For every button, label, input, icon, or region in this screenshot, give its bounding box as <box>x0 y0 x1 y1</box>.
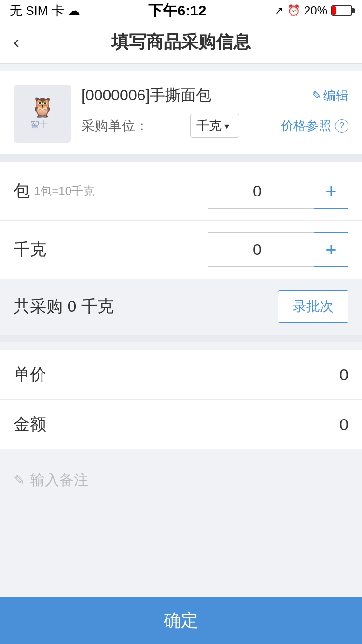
battery-icon <box>331 5 352 16</box>
product-unit-row: 采购单位： 千克 ▾ 价格参照 ? <box>81 114 348 138</box>
price-ref-label: 价格参照 <box>281 117 331 134</box>
kg-input-row: 千克 + <box>0 221 362 279</box>
input-section: 包 1包=10千克 + 千克 + <box>0 162 362 279</box>
status-bar: 无 SIM 卡 ☁ 下午6:12 ↗ ⏰ 20% <box>0 0 362 21</box>
product-name-row: [0000006]手撕面包 ✎ 编辑 <box>81 85 348 106</box>
note-placeholder: 输入备注 <box>30 470 88 490</box>
bao-label: 包 <box>14 180 30 202</box>
alarm-icon: ⏰ <box>287 4 300 17</box>
edit-icon: ✎ <box>312 89 321 102</box>
status-right: ↗ ⏰ 20% <box>275 4 352 17</box>
product-name: [0000006]手撕面包 <box>81 85 211 106</box>
divider-2 <box>0 335 362 342</box>
unit-label: 采购单位： <box>81 117 149 135</box>
back-button[interactable]: ‹ <box>14 32 19 53</box>
bao-input-wrapper: + <box>208 174 348 209</box>
sim-status: 无 SIM 卡 ☁ <box>10 2 80 19</box>
product-logo: 🦉 智十 <box>30 98 55 130</box>
bao-input[interactable] <box>208 174 314 209</box>
product-title: 手撕面包 <box>150 86 211 104</box>
bao-plus-button[interactable]: + <box>314 174 348 209</box>
bao-sublabel: 1包=10千克 <box>34 183 95 199</box>
battery-fill <box>332 6 336 15</box>
unit-price-value: 0 <box>339 365 348 384</box>
unit-value: 千克 <box>196 117 222 134</box>
pencil-icon: ✎ <box>14 472 25 488</box>
location-icon: ↗ <box>275 4 283 17</box>
owl-icon: 🦉 <box>30 98 55 117</box>
battery-percent: 20% <box>304 4 327 17</box>
dropdown-arrow: ▾ <box>224 120 229 132</box>
summary-label: 共采购 0 千克 <box>14 295 114 318</box>
logo-text: 智十 <box>30 119 55 130</box>
kg-label: 千克 <box>14 238 46 261</box>
product-image: 🦉 智十 <box>14 85 71 143</box>
price-ref-button[interactable]: 价格参照 ? <box>281 117 348 134</box>
kg-input[interactable] <box>208 232 314 267</box>
info-section: 单价 0 金额 0 <box>0 350 362 449</box>
product-card: 🦉 智十 [0000006]手撕面包 ✎ 编辑 采购单位： <box>0 71 362 154</box>
confirm-button[interactable]: 确定 <box>0 597 362 644</box>
bao-input-row: 包 1包=10千克 + <box>0 162 362 221</box>
unit-price-row: 单价 0 <box>0 350 362 400</box>
page-wrapper: 无 SIM 卡 ☁ 下午6:12 ↗ ⏰ 20% ‹ 填写商品采购信息 🦉 智十 <box>0 0 362 644</box>
status-left: 无 SIM 卡 ☁ <box>10 2 80 19</box>
nav-bar: ‹ 填写商品采购信息 <box>0 21 362 64</box>
divider-1 <box>0 154 362 162</box>
edit-label: 编辑 <box>323 87 348 104</box>
info-icon: ? <box>335 119 348 133</box>
unit-select[interactable]: 千克 ▾ <box>190 114 239 138</box>
edit-button[interactable]: ✎ 编辑 <box>312 87 348 104</box>
amount-label: 金额 <box>14 413 46 435</box>
summary-row: 共采购 0 千克 录批次 <box>0 279 362 335</box>
product-info: [0000006]手撕面包 ✎ 编辑 采购单位： 千克 ▾ 价格参照 <box>81 85 348 138</box>
unit-price-label: 单价 <box>14 364 46 386</box>
record-batch-button[interactable]: 录批次 <box>278 290 348 323</box>
product-top: 🦉 智十 [0000006]手撕面包 ✎ 编辑 采购单位： <box>14 85 348 143</box>
status-time: 下午6:12 <box>148 1 206 21</box>
note-section[interactable]: ✎ 输入备注 <box>0 457 362 504</box>
page-title: 填写商品采购信息 <box>111 30 251 54</box>
product-code: [0000006] <box>81 86 150 104</box>
summary-section: 共采购 0 千克 录批次 <box>0 279 362 335</box>
kg-plus-button[interactable]: + <box>314 232 348 267</box>
amount-value: 0 <box>339 415 348 434</box>
kg-input-wrapper: + <box>208 232 348 267</box>
amount-row: 金额 0 <box>0 400 362 449</box>
